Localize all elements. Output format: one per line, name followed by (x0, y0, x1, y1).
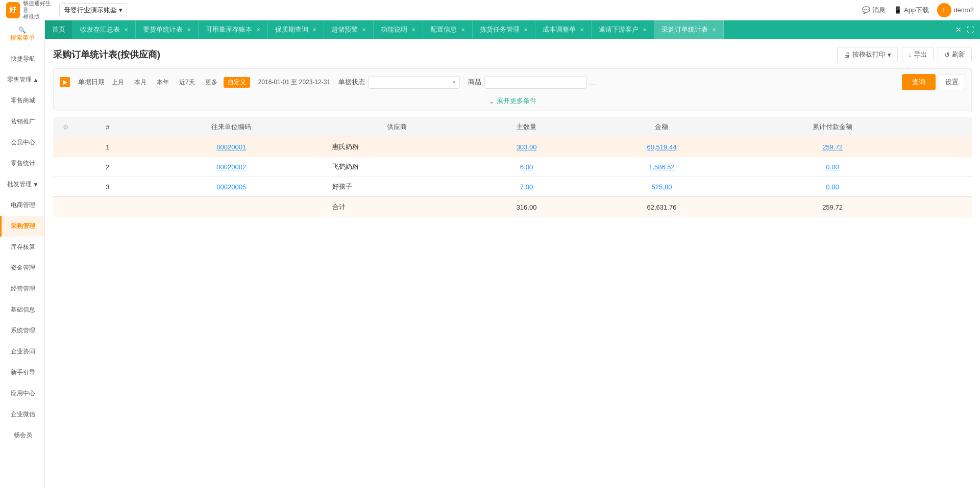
sidebar-item-member[interactable]: 会员中心 (0, 132, 44, 153)
row-supplier: 飞鹤奶粉 (326, 157, 468, 177)
tab-paihuorenwu[interactable]: 拣货任务管理 ✕ (473, 20, 535, 39)
footer-qty: 316.00 (467, 197, 585, 217)
row-unit-code[interactable]: 00020005 (137, 177, 326, 197)
date-shortcuts: 上月 本月 本年 近7天 更多 自定义 (108, 77, 250, 88)
tab-yaohuo[interactable]: 要货单统计表 ✕ (136, 20, 199, 39)
col-extra (927, 117, 972, 137)
row-qty[interactable]: 303.00 (467, 137, 585, 157)
settings-button[interactable]: 设置 (939, 74, 965, 90)
date-custom-badge: 自定义 (224, 77, 250, 88)
tab-close-icon[interactable]: ✕ (187, 27, 191, 33)
tab-baozhiqi[interactable]: 保质期查询 ✕ (268, 20, 324, 39)
row-qty[interactable]: 7.00 (467, 177, 585, 197)
filter-row: ▶ 单据日期 上月 本月 本年 近7天 更多 自定义 2016-01-01 至 … (60, 74, 965, 90)
query-button[interactable]: 查询 (902, 74, 936, 90)
date-shortcut-more[interactable]: 更多 (201, 77, 222, 88)
sidebar-item-purchase[interactable]: 采购管理 (0, 216, 44, 237)
page-header: 采购订单统计表(按供应商) 🖨 按模板打印 ▾ ↓ 导出 ↺ 刷新 (53, 47, 972, 62)
row-unit-code[interactable]: 00020001 (137, 137, 326, 157)
date-shortcut-this-year[interactable]: 本年 (153, 77, 173, 88)
row-no: 1 (79, 137, 137, 157)
date-shortcut-last-month[interactable]: 上月 (108, 77, 128, 88)
sidebar-item-newbie[interactable]: 新手引导 (0, 362, 44, 383)
filter-toggle-button[interactable]: ▶ (60, 77, 70, 87)
app-download-button[interactable]: 📱 App下载 (894, 6, 929, 15)
footer-no (79, 197, 137, 217)
row-amount[interactable]: 525.80 (586, 177, 738, 197)
goods-filter-label: 商品 (468, 78, 481, 87)
tab-chenben[interactable]: 成本调整单 ✕ (535, 20, 592, 39)
sidebar-item-inventory[interactable]: 库存核算 (0, 237, 44, 258)
tab-close-icon[interactable]: ✕ (524, 27, 528, 33)
footer-unit-code (137, 197, 326, 217)
tab-close-icon[interactable]: ✕ (362, 27, 366, 33)
tab-gongneng[interactable]: 功能说明 ✕ (374, 20, 423, 39)
date-shortcut-this-month[interactable]: 本月 (130, 77, 151, 88)
message-button[interactable]: 💬 消息 (862, 6, 886, 15)
tab-caigou[interactable]: 采购订单统计表 ✕ (654, 20, 724, 39)
sidebar-item-marketing[interactable]: 营销推广 (0, 111, 44, 132)
refresh-button[interactable]: ↺ 刷新 (938, 47, 972, 62)
sidebar-item-wechat[interactable]: 企业微信 (0, 404, 44, 425)
workspace-selector[interactable]: 母婴行业演示账套 ▾ (59, 3, 127, 17)
row-qty[interactable]: 6.00 (467, 157, 585, 177)
close-all-tabs-button[interactable]: ✕ (953, 23, 964, 36)
row-amount[interactable]: 60,519.44 (586, 137, 738, 157)
table-row: 2 00020002 飞鹤奶粉 6.00 1,586.52 0.00 (53, 157, 972, 177)
workspace-area: 母婴行业演示账套 ▾ (59, 3, 854, 17)
tab-close-icon[interactable]: ✕ (124, 27, 128, 33)
user-area[interactable]: E demo2 (937, 3, 974, 17)
sidebar-item-appstore[interactable]: 应用中心 (0, 383, 44, 404)
row-paid[interactable]: 0.00 (738, 177, 927, 197)
col-settings[interactable]: ⚙ (53, 117, 79, 137)
expand-down-icon: ⌄ (489, 97, 495, 105)
tab-yaoqing[interactable]: 邀请下游客户 ✕ (592, 20, 654, 39)
sidebar-item-system[interactable]: 系统管理 (0, 320, 44, 341)
tab-close-icon[interactable]: ✕ (643, 27, 647, 33)
tab-shoufahuizong[interactable]: 收发存汇总表 ✕ (73, 20, 136, 39)
sidebar-item-finance[interactable]: 资金管理 (0, 258, 44, 278)
row-check[interactable] (53, 137, 79, 157)
expand-more-button[interactable]: ⌄ 展开更多条件 (489, 96, 536, 106)
tab-close-icon[interactable]: ✕ (411, 27, 415, 33)
content-area: 首页 收发存汇总表 ✕ 要货单统计表 ✕ 可用量库存账本 ✕ 保质期查询 ✕ 超… (45, 20, 980, 488)
tab-close-icon[interactable]: ✕ (312, 27, 316, 33)
tab-home[interactable]: 首页 (45, 20, 73, 39)
tab-close-icon[interactable]: ✕ (256, 27, 260, 33)
row-paid[interactable]: 0.00 (738, 157, 927, 177)
tab-peizhi[interactable]: 配置信息 ✕ (423, 20, 473, 39)
row-check[interactable] (53, 177, 79, 197)
row-amount[interactable]: 1,586.52 (586, 157, 738, 177)
print-button[interactable]: 🖨 按模板打印 ▾ (837, 47, 898, 62)
sidebar-item-vip[interactable]: 畅会员 (0, 425, 44, 446)
maximize-button[interactable]: ⛶ (965, 23, 976, 36)
status-select[interactable] (368, 76, 460, 89)
export-icon: ↓ (909, 51, 912, 59)
tab-close-icon[interactable]: ✕ (461, 27, 465, 33)
sidebar-item-operation[interactable]: 经营管理 (0, 278, 44, 299)
column-settings-icon[interactable]: ⚙ (63, 123, 69, 131)
goods-input-more-icon[interactable]: … (590, 79, 596, 86)
sidebar-item-ecommerce[interactable]: 电商管理 (0, 195, 44, 216)
row-paid[interactable]: 259.72 (738, 137, 927, 157)
col-paid: 累计付款金额 (738, 117, 927, 137)
sidebar-item-retail-stat[interactable]: 零售统计 (0, 153, 44, 174)
sidebar-item-search[interactable]: 🔍 搜索菜单 (0, 20, 44, 48)
sidebar-item-basic[interactable]: 基础信息 (0, 299, 44, 320)
row-unit-code[interactable]: 00020002 (137, 157, 326, 177)
col-unit-code: 往来单位编码 (137, 117, 326, 137)
goods-input[interactable] (484, 76, 586, 89)
row-check[interactable] (53, 157, 79, 177)
tab-close-icon[interactable]: ✕ (712, 27, 716, 33)
tab-close-icon[interactable]: ✕ (580, 27, 584, 33)
export-button[interactable]: ↓ 导出 (902, 47, 934, 62)
tab-keyongliang[interactable]: 可用量库存账本 ✕ (199, 20, 268, 39)
tab-chaochuyujing[interactable]: 超储预警 ✕ (324, 20, 374, 39)
sidebar-item-quicknav[interactable]: 快捷导航 (0, 48, 44, 69)
sidebar-item-retail-shop[interactable]: 零售商城 (0, 90, 44, 111)
sidebar-item-wholesale[interactable]: 批发管理 ▼ (0, 174, 44, 195)
footer-label: 合计 (326, 197, 468, 217)
sidebar-item-retail[interactable]: 零售管理 ▲ (0, 69, 44, 90)
sidebar-item-enterprise[interactable]: 企业协同 (0, 341, 44, 362)
date-shortcut-7days[interactable]: 近7天 (175, 77, 199, 88)
